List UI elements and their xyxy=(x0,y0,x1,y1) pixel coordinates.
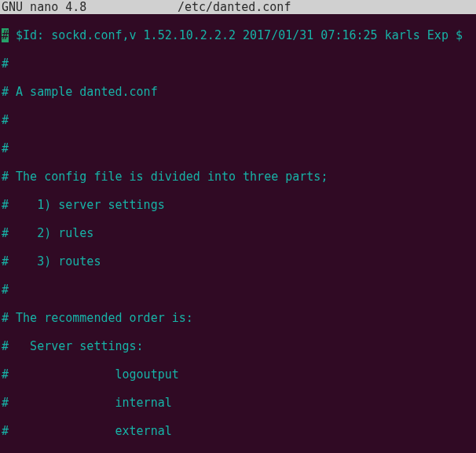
text-line: # 3) routes xyxy=(2,254,474,269)
text-line: # xyxy=(2,283,474,297)
editor-content[interactable]: # $Id: sockd.conf,v 1.52.10.2.2.2 2017/0… xyxy=(0,14,476,453)
text-line: # The config file is divided into three … xyxy=(2,170,474,184)
app-name: GNU nano 4.8 xyxy=(0,0,86,14)
text-line: # The recommended order is: xyxy=(2,311,474,325)
text-line: # xyxy=(2,57,474,71)
text-line: # internal xyxy=(2,396,474,410)
text-line: # 1) server settings xyxy=(2,198,474,212)
text-line: # $Id: sockd.conf,v 1.52.10.2.2.2 2017/0… xyxy=(2,28,474,42)
text-line: # xyxy=(2,141,474,155)
text-line: # external xyxy=(2,424,474,438)
text-line: # Server settings: xyxy=(2,339,474,353)
title-right-spacer xyxy=(382,0,476,14)
text-line: # logoutput xyxy=(2,367,474,382)
file-path: /etc/danted.conf xyxy=(86,0,382,14)
text-line: # 2) rules xyxy=(2,226,474,240)
text-line: # A sample danted.conf xyxy=(2,85,474,99)
title-bar: GNU nano 4.8 /etc/danted.conf xyxy=(0,0,476,14)
text-line: # xyxy=(2,113,474,127)
cursor: # xyxy=(2,28,9,42)
